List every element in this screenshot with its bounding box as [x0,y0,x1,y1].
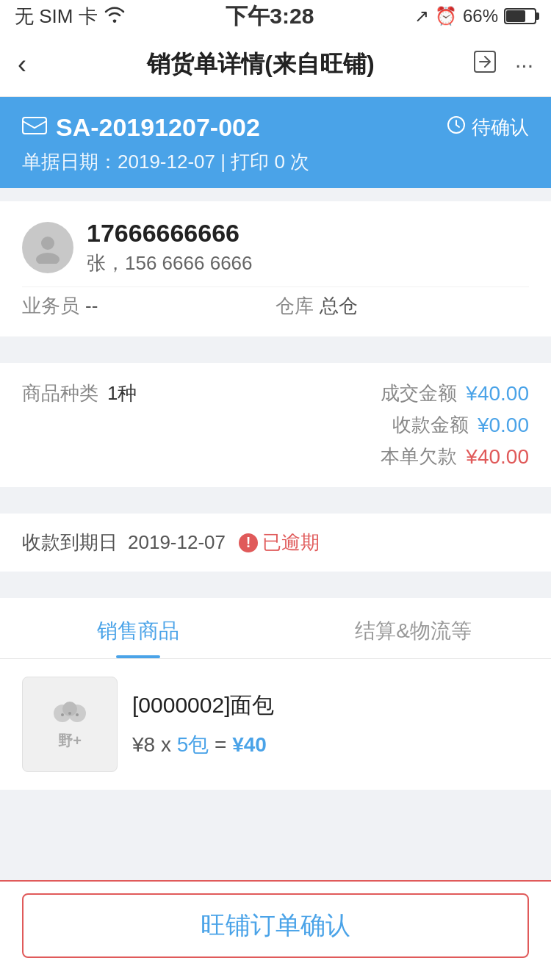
order-id: SA-20191207-002 [22,113,260,142]
salesperson-item: 业务员 -- [22,293,276,319]
overdue-icon: ! [239,533,258,552]
summary-section: 商品种类 1种 成交金额 ¥40.00 收款金额 ¥0.00 本单欠款 ¥40.… [0,363,551,487]
info-row: 业务员 -- 仓库 总仓 [22,287,529,319]
amount-value-2: ¥40.00 [466,445,529,469]
divider-2 [0,487,551,500]
svg-point-11 [76,713,79,716]
amount-value-1: ¥0.00 [478,414,529,437]
amount-row-0: 成交金额 ¥40.00 [381,381,529,406]
status-text: 待确认 [472,115,529,140]
warehouse-value: 总仓 [320,293,358,319]
summary-row: 商品种类 1种 成交金额 ¥40.00 收款金额 ¥0.00 本单欠款 ¥40.… [22,381,529,469]
order-icon [22,114,47,141]
svg-rect-2 [23,118,46,134]
svg-point-4 [41,237,54,250]
avatar [22,222,73,273]
location-icon: ↗ [414,6,429,26]
more-icon[interactable]: ··· [515,52,533,77]
product-thumbnail: 野+ [22,677,118,772]
customer-info: 17666666666 张，156 6666 6666 [87,219,253,276]
nav-right-actions: ··· [460,49,533,79]
share-icon[interactable] [472,49,497,79]
tabs-section: 销售商品 结算&物流等 野+ [0000002]面包 [0,598,551,790]
order-meta: 单据日期：2019-12-07 | 打印 0 次 [22,149,529,175]
status-bar: 无 SIM 卡 下午3:28 ↗ ⏰ 66% [0,0,551,32]
product-name: [0000002]面包 [132,691,529,721]
status-bar-right: ↗ ⏰ 66% [414,6,536,26]
svg-point-0 [113,20,116,23]
customer-phone: 17666666666 [87,219,253,248]
amount-list: 成交金额 ¥40.00 收款金额 ¥0.00 本单欠款 ¥40.00 [381,381,529,469]
status-bar-time: 下午3:28 [226,1,314,32]
customer-row: 17666666666 张，156 6666 6666 [22,219,529,276]
amount-row-1: 收款金额 ¥0.00 [392,412,529,438]
product-info: [0000002]面包 ¥8 x 5包 = ¥40 [132,691,529,759]
amount-row-2: 本单欠款 ¥40.00 [381,444,529,469]
product-price: ¥8 x 5包 = ¥40 [132,731,529,759]
due-date-label: 收款到期日 [22,530,118,555]
svg-point-10 [68,712,71,715]
warehouse-item: 仓库 总仓 [276,293,529,319]
svg-point-9 [61,713,64,716]
product-type-label: 商品种类 [22,381,98,406]
status-bar-left: 无 SIM 卡 [15,4,126,29]
tab-settlement[interactable]: 结算&物流等 [276,598,551,658]
wifi-icon [104,5,126,28]
due-date-value: 2019-12-07 [128,531,226,554]
product-unit-price: ¥8 x [132,733,177,756]
nav-bar: ‹ 销货单详情(来自旺铺) ··· [0,32,551,97]
product-type: 商品种类 1种 [22,381,137,406]
battery-percent: 66% [463,6,498,26]
product-separator: = [209,733,232,756]
customer-section: 17666666666 张，156 6666 6666 业务员 -- 仓库 总仓 [0,201,551,336]
product-total: ¥40 [232,733,267,756]
customer-sub: 张，156 6666 6666 [87,251,253,276]
amount-value-0: ¥40.00 [466,382,529,406]
product-qty: 5包 [177,733,209,756]
svg-point-5 [36,253,60,264]
carrier-text: 无 SIM 卡 [15,4,98,29]
due-section: 收款到期日 2019-12-07 ! 已逾期 [0,514,551,572]
back-button[interactable]: ‹ [18,49,62,80]
bottom-bar: 旺铺订单确认 [0,880,551,980]
page-title: 销货单详情(来自旺铺) [62,48,460,81]
divider-3 [0,572,551,585]
tabs-bar: 销售商品 结算&物流等 [0,598,551,659]
amount-label-2: 本单欠款 [381,444,457,469]
alarm-icon: ⏰ [435,6,457,26]
status-badge: 待确认 [447,115,529,140]
order-id-text: SA-20191207-002 [56,113,260,142]
overdue-text: 已逾期 [262,530,320,555]
salesperson-label: 业务员 [22,293,79,319]
overdue-badge: ! 已逾期 [239,530,320,555]
product-type-value: 1种 [107,381,137,406]
product-item: 野+ [0000002]面包 ¥8 x 5包 = ¥40 [0,659,551,790]
amount-label-1: 收款金额 [392,412,469,438]
divider-1 [0,336,551,350]
salesperson-value: -- [85,295,98,317]
tab-sales-products[interactable]: 销售商品 [0,598,276,658]
header-card: SA-20191207-002 待确认 单据日期：2019-12-07 | 打印… [0,97,551,188]
confirm-order-button[interactable]: 旺铺订单确认 [22,893,529,958]
status-clock-icon [447,115,466,140]
warehouse-label: 仓库 [276,293,314,319]
battery-icon [504,8,536,24]
amount-label-0: 成交金额 [381,381,457,406]
